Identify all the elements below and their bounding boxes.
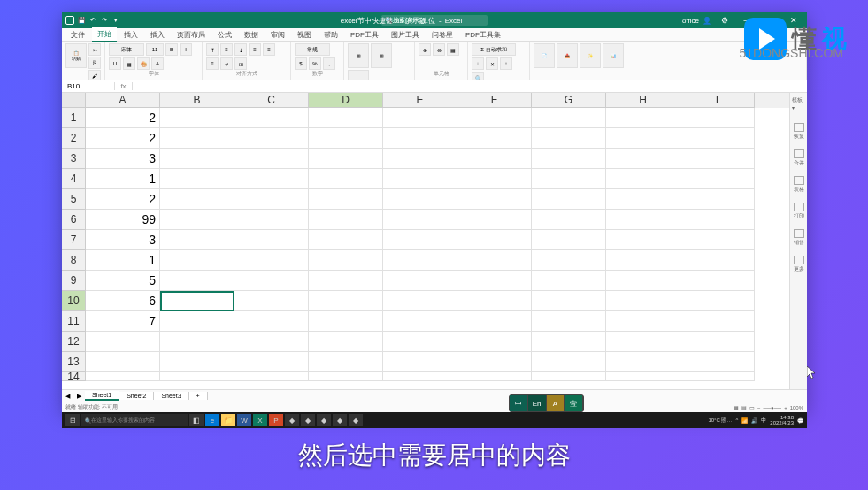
cell[interactable] <box>309 352 383 372</box>
overlay-zh[interactable]: 中 <box>510 395 528 411</box>
cell[interactable] <box>383 332 457 352</box>
cell[interactable] <box>457 271 532 291</box>
col-header-f[interactable]: F <box>457 93 532 108</box>
fill-button[interactable]: ↓ <box>472 57 484 70</box>
cell[interactable] <box>457 128 532 149</box>
cell[interactable] <box>383 271 457 291</box>
row-header[interactable]: 5 <box>62 189 86 210</box>
cell[interactable] <box>309 332 383 352</box>
cell[interactable] <box>606 149 680 169</box>
pdf-export-button[interactable]: 📤 <box>557 43 578 68</box>
cell[interactable] <box>606 332 680 352</box>
fx-icon[interactable]: fx <box>115 82 133 90</box>
view-layout-icon[interactable]: ▤ <box>741 404 747 410</box>
overlay-en[interactable]: En <box>528 395 547 411</box>
cell[interactable] <box>234 311 309 332</box>
cell[interactable] <box>309 128 383 149</box>
row-header[interactable]: 3 <box>62 149 86 169</box>
cell[interactable] <box>680 169 755 189</box>
cell[interactable] <box>606 372 680 381</box>
cell[interactable] <box>680 271 755 291</box>
cell[interactable] <box>309 230 383 250</box>
border-button[interactable]: ▦ <box>123 57 135 70</box>
merge-button[interactable]: ⊞ <box>234 57 247 70</box>
col-header-c[interactable]: C <box>234 93 309 108</box>
cell[interactable] <box>309 271 383 291</box>
cell[interactable] <box>160 372 234 381</box>
cell[interactable] <box>160 311 234 332</box>
side-header[interactable]: 模板 ▾ <box>792 96 806 114</box>
smart-button[interactable]: ✨ <box>580 43 601 68</box>
cell[interactable] <box>160 352 234 372</box>
cell[interactable] <box>606 128 680 149</box>
col-header-a[interactable]: A <box>86 93 160 108</box>
sheet-add-button[interactable]: + <box>189 392 208 400</box>
cell[interactable] <box>234 230 309 250</box>
sheet-nav-next[interactable]: ▶ <box>73 393 85 400</box>
cell[interactable] <box>160 169 234 189</box>
italic-button[interactable]: I <box>180 43 192 56</box>
row-header[interactable]: 7 <box>62 230 86 250</box>
tab-home[interactable]: 开始 <box>92 27 117 42</box>
zoom-level[interactable]: 100% <box>790 405 803 410</box>
cell[interactable]: 2 <box>86 189 160 210</box>
cell[interactable] <box>160 271 234 291</box>
cell[interactable] <box>383 189 457 210</box>
cell[interactable] <box>309 291 383 311</box>
app-4-icon[interactable]: ◆ <box>333 414 347 426</box>
col-header-g[interactable]: G <box>532 93 606 108</box>
tab-insert[interactable]: 插入 <box>119 28 143 42</box>
cell[interactable] <box>606 230 680 250</box>
cell[interactable] <box>457 291 532 311</box>
cell[interactable] <box>532 332 606 352</box>
cell[interactable] <box>309 372 383 381</box>
cell[interactable] <box>532 149 606 169</box>
tab-help[interactable]: 帮助 <box>319 28 343 42</box>
cell[interactable] <box>160 128 234 149</box>
cell[interactable] <box>309 149 383 169</box>
qat-undo-icon[interactable]: ↶ <box>88 16 97 25</box>
side-print[interactable]: 打印 <box>792 203 806 220</box>
align-center-button[interactable]: ≡ <box>263 43 275 56</box>
zoom-slider[interactable]: ──●── <box>763 405 781 410</box>
cell[interactable] <box>457 352 532 372</box>
cell[interactable]: 1 <box>86 250 160 271</box>
select-all-corner[interactable] <box>62 93 86 108</box>
fill-color-button[interactable]: 🎨 <box>137 57 150 70</box>
conditional-format-button[interactable]: ▦ <box>348 43 369 68</box>
cell[interactable] <box>606 169 680 189</box>
cell[interactable] <box>309 210 383 230</box>
cell[interactable] <box>160 189 234 210</box>
comma-button[interactable]: , <box>323 57 335 70</box>
format-cells-button[interactable]: ▦ <box>447 43 459 56</box>
app-explorer-icon[interactable]: 📁 <box>221 414 235 426</box>
side-table[interactable]: 表格 <box>792 176 806 194</box>
cell[interactable] <box>234 271 309 291</box>
cell[interactable] <box>86 332 160 352</box>
cell[interactable]: 99 <box>86 210 160 230</box>
cell[interactable]: 7 <box>86 311 160 332</box>
cell[interactable] <box>680 372 755 381</box>
cell[interactable] <box>457 108 532 128</box>
col-header-h[interactable]: H <box>606 93 680 108</box>
number-format-select[interactable]: 常规 <box>295 43 330 56</box>
app-5-icon[interactable]: ◆ <box>349 414 363 426</box>
clear-button[interactable]: ✕ <box>486 57 498 70</box>
tray-network-icon[interactable]: 📶 <box>741 417 748 424</box>
delete-cells-button[interactable]: ⊖ <box>433 43 445 56</box>
cell[interactable] <box>160 210 234 230</box>
cell[interactable] <box>234 372 309 381</box>
row-header[interactable]: 8 <box>62 250 86 271</box>
view-pagebreak-icon[interactable]: ▭ <box>749 404 755 410</box>
cell[interactable] <box>383 210 457 230</box>
tray-ime[interactable]: 中 <box>761 417 766 425</box>
row-header[interactable]: 6 <box>62 210 86 230</box>
sheet-tab-1[interactable]: Sheet1 <box>85 391 119 401</box>
cell[interactable]: 5 <box>86 271 160 291</box>
tab-file[interactable]: 文件 <box>65 28 90 42</box>
qat-save-icon[interactable]: 💾 <box>77 16 86 25</box>
cell[interactable] <box>606 352 680 372</box>
overlay-a[interactable]: A <box>547 395 565 411</box>
col-header-e[interactable]: E <box>383 93 457 108</box>
cell[interactable] <box>532 128 606 149</box>
